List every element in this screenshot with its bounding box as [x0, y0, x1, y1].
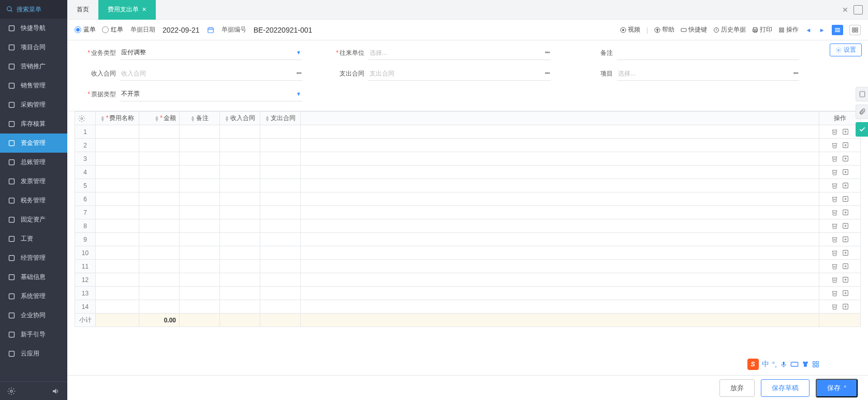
cell-remark[interactable]: [180, 192, 220, 206]
table-row[interactable]: 4: [75, 166, 861, 179]
sidebar-item-biz[interactable]: 经营管理: [0, 248, 67, 268]
add-row-icon[interactable]: [842, 290, 849, 297]
delete-icon[interactable]: [831, 303, 838, 310]
sidebar-item-doc[interactable]: 项目合同: [0, 38, 67, 57]
draft-button[interactable]: 保存草稿: [761, 379, 810, 397]
cell-expense[interactable]: [260, 233, 301, 246]
cell-remark[interactable]: [180, 233, 220, 246]
cell-amount[interactable]: [139, 260, 180, 273]
cell-blank[interactable]: [301, 233, 819, 246]
cell-expense[interactable]: [260, 273, 301, 287]
delete-icon[interactable]: [831, 276, 838, 283]
cell-name[interactable]: [96, 206, 139, 219]
col-gear[interactable]: [75, 112, 96, 125]
cell-name[interactable]: [96, 300, 139, 314]
sidebar-item-box[interactable]: 库存核算: [0, 114, 67, 134]
col-remark[interactable]: ▲▼备注: [180, 112, 220, 125]
video-link[interactable]: 视频: [620, 25, 640, 34]
cell-remark[interactable]: [180, 246, 220, 260]
delete-icon[interactable]: [831, 128, 838, 135]
ime-keyboard-icon[interactable]: [790, 361, 799, 368]
table-row[interactable]: 1: [75, 125, 861, 139]
income-contract-input[interactable]: [121, 70, 296, 77]
cell-expense[interactable]: [260, 287, 301, 300]
partner-select[interactable]: •••: [369, 46, 551, 60]
sidebar-item-gift[interactable]: 营销推广: [0, 57, 67, 76]
ellipsis-icon[interactable]: •••: [296, 70, 301, 77]
sidebar-item-money[interactable]: 资金管理: [0, 134, 67, 153]
table-row[interactable]: 5: [75, 179, 861, 192]
cell-amount[interactable]: [139, 166, 180, 179]
cell-name[interactable]: [96, 179, 139, 192]
cell-income[interactable]: [220, 260, 260, 273]
history-link[interactable]: 历史单据: [713, 25, 746, 34]
delete-icon[interactable]: [831, 249, 838, 256]
invoice-type-select[interactable]: 不开票 ▼: [120, 87, 302, 101]
cell-expense[interactable]: [260, 125, 301, 139]
cell-amount[interactable]: [139, 246, 180, 260]
cell-name[interactable]: [96, 125, 139, 139]
cell-remark[interactable]: [180, 139, 220, 152]
cell-remark[interactable]: [180, 125, 220, 139]
cell-amount[interactable]: [139, 233, 180, 246]
cell-income[interactable]: [220, 206, 260, 219]
sidebar-item-tax[interactable]: 税务管理: [0, 191, 67, 210]
cell-blank[interactable]: [301, 179, 819, 192]
add-row-icon[interactable]: [842, 223, 849, 229]
expand-icon[interactable]: [854, 5, 863, 14]
add-row-icon[interactable]: [842, 155, 849, 162]
biz-type-select[interactable]: 应付调整 ▼: [120, 46, 302, 60]
col-income[interactable]: ▲▼收入合同: [220, 112, 260, 125]
cell-blank[interactable]: [301, 287, 819, 300]
gear-icon[interactable]: [7, 387, 16, 395]
cell-expense[interactable]: [260, 246, 301, 260]
cell-expense[interactable]: [260, 206, 301, 219]
cell-blank[interactable]: [301, 139, 819, 152]
cell-income[interactable]: [220, 219, 260, 233]
delete-icon[interactable]: [831, 169, 838, 175]
delete-icon[interactable]: [831, 236, 838, 243]
delete-icon[interactable]: [831, 290, 838, 297]
close-icon[interactable]: ✕: [142, 6, 146, 13]
close-tab-icon[interactable]: ✕: [842, 6, 848, 14]
sidebar-item-compass[interactable]: 快捷导航: [0, 19, 67, 38]
cell-income[interactable]: [220, 273, 260, 287]
cell-name[interactable]: [96, 273, 139, 287]
sidebar-item-home[interactable]: 销售管理: [0, 76, 67, 95]
cell-income[interactable]: [220, 125, 260, 139]
add-row-icon[interactable]: [842, 142, 849, 149]
expense-contract-select[interactable]: •••: [369, 66, 551, 81]
cell-expense[interactable]: [260, 219, 301, 233]
layout-grid-icon[interactable]: [849, 25, 861, 35]
abandon-button[interactable]: 放弃: [719, 379, 755, 397]
add-row-icon[interactable]: [842, 209, 849, 216]
date-value[interactable]: 2022-09-21: [163, 26, 200, 34]
cell-blank[interactable]: [301, 219, 819, 233]
cell-name[interactable]: [96, 233, 139, 246]
sidebar-item-asset[interactable]: 固定资产: [0, 210, 67, 229]
cell-income[interactable]: [220, 287, 260, 300]
delete-icon[interactable]: [831, 155, 838, 162]
action-link[interactable]: 操作: [778, 25, 799, 34]
cell-income[interactable]: [220, 192, 260, 206]
cell-remark[interactable]: [180, 287, 220, 300]
table-row[interactable]: 9: [75, 233, 861, 246]
cell-amount[interactable]: [139, 287, 180, 300]
cell-name[interactable]: [96, 219, 139, 233]
cell-name[interactable]: [96, 139, 139, 152]
cell-blank[interactable]: [301, 206, 819, 219]
save-button[interactable]: 保存 ^: [816, 379, 858, 397]
cell-name[interactable]: [96, 246, 139, 260]
delete-icon[interactable]: [831, 142, 838, 149]
cell-amount[interactable]: [139, 273, 180, 287]
cell-income[interactable]: [220, 300, 260, 314]
cell-income[interactable]: [220, 152, 260, 166]
add-row-icon[interactable]: [842, 182, 849, 189]
cell-income[interactable]: [220, 179, 260, 192]
ellipsis-icon[interactable]: •••: [793, 70, 798, 77]
add-row-icon[interactable]: [842, 303, 849, 310]
cell-name[interactable]: [96, 166, 139, 179]
add-row-icon[interactable]: [842, 249, 849, 256]
cell-income[interactable]: [220, 246, 260, 260]
next-arrow-icon[interactable]: ▸: [818, 26, 826, 34]
